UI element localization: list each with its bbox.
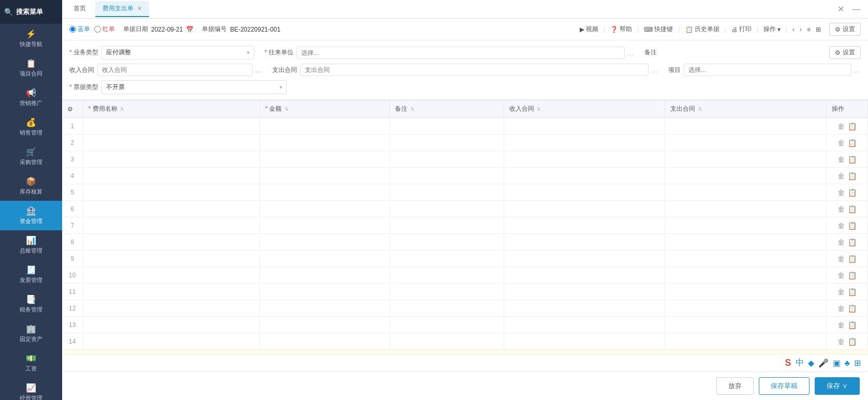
action-shortcut[interactable]: ⌨ 快捷键: [644, 25, 673, 34]
delete-icon[interactable]: 🗑: [837, 255, 845, 263]
cell-remark[interactable]: [390, 317, 504, 333]
cell-income-contract[interactable]: [504, 284, 665, 300]
delete-icon[interactable]: 🗑: [837, 304, 845, 313]
copy-icon[interactable]: 📋: [848, 321, 857, 329]
action-print[interactable]: 🖨 打印: [731, 25, 752, 34]
cell-expense-contract[interactable]: [665, 250, 827, 267]
cell-expense-contract[interactable]: [665, 333, 827, 350]
cell-expense-name[interactable]: [83, 168, 260, 184]
cell-expense-name[interactable]: [83, 151, 260, 168]
cell-expense-contract[interactable]: [665, 317, 827, 333]
cell-expense-name[interactable]: [83, 217, 260, 234]
cell-income-contract[interactable]: [504, 201, 665, 217]
copy-icon[interactable]: 📋: [848, 188, 857, 197]
copy-icon[interactable]: 📋: [848, 288, 857, 296]
action-video[interactable]: ▶ 视频: [580, 25, 598, 34]
calendar-icon[interactable]: 📅: [186, 26, 194, 33]
cell-amount[interactable]: [260, 250, 390, 267]
sidebar-item-capital-mgmt[interactable]: 🏦 资金管理: [0, 201, 62, 230]
cell-amount[interactable]: [260, 217, 390, 234]
tab-close-icon[interactable]: ✕: [137, 5, 142, 11]
cell-expense-name[interactable]: [83, 317, 260, 333]
delete-icon[interactable]: 🗑: [837, 122, 845, 130]
cell-amount[interactable]: [260, 135, 390, 151]
cell-expense-contract[interactable]: [665, 284, 827, 300]
delete-icon[interactable]: 🗑: [837, 271, 845, 279]
delete-icon[interactable]: 🗑: [837, 205, 845, 213]
cell-income-contract[interactable]: [504, 151, 665, 168]
action-more[interactable]: 操作 ▾: [763, 25, 781, 34]
radio-red[interactable]: 红单: [94, 25, 115, 34]
delete-icon[interactable]: 🗑: [837, 172, 845, 180]
cell-amount[interactable]: [260, 284, 390, 300]
cell-expense-name[interactable]: [83, 234, 260, 250]
copy-icon[interactable]: 📋: [848, 255, 857, 263]
cell-expense-contract[interactable]: [665, 118, 827, 135]
cell-remark[interactable]: [390, 300, 504, 317]
project-input[interactable]: [684, 64, 851, 76]
delete-icon[interactable]: 🗑: [837, 288, 845, 296]
cell-amount[interactable]: [260, 300, 390, 317]
sort-icon[interactable]: ⇅: [120, 107, 124, 112]
copy-icon[interactable]: 📋: [848, 304, 857, 313]
cell-expense-name[interactable]: [83, 267, 260, 284]
cell-remark[interactable]: [390, 168, 504, 184]
abandon-button[interactable]: 放弃: [716, 377, 754, 395]
cell-amount[interactable]: [260, 168, 390, 184]
business-type-select[interactable]: 应付调整 ▾: [101, 46, 254, 60]
partner-input[interactable]: [297, 47, 625, 59]
cell-expense-contract[interactable]: [665, 234, 827, 250]
delete-icon[interactable]: 🗑: [837, 221, 845, 230]
action-help[interactable]: ❓ 帮助: [610, 25, 632, 34]
cell-income-contract[interactable]: [504, 135, 665, 151]
cell-amount[interactable]: [260, 184, 390, 201]
copy-icon[interactable]: 📋: [848, 122, 857, 130]
cell-remark[interactable]: [390, 217, 504, 234]
cell-income-contract[interactable]: [504, 317, 665, 333]
project-more-icon[interactable]: …: [854, 66, 861, 74]
radio-blue[interactable]: 蓝单: [69, 25, 90, 34]
save-draft-button[interactable]: 保存草稿: [759, 377, 810, 395]
cell-expense-contract[interactable]: [665, 267, 827, 284]
delete-icon[interactable]: 🗑: [837, 238, 845, 246]
invoice-type-select[interactable]: 不开票 ▾: [101, 80, 287, 94]
cell-expense-contract[interactable]: [665, 135, 827, 151]
cell-income-contract[interactable]: [504, 300, 665, 317]
tab-expense[interactable]: 费用支出单 ✕: [95, 1, 149, 17]
cell-amount[interactable]: [260, 234, 390, 250]
copy-icon[interactable]: 📋: [848, 155, 857, 164]
cell-expense-name[interactable]: [83, 184, 260, 201]
cell-amount[interactable]: [260, 267, 390, 284]
copy-icon[interactable]: 📋: [848, 139, 857, 147]
sidebar-item-payroll[interactable]: 💵 工资: [0, 348, 62, 378]
cell-expense-name[interactable]: [83, 118, 260, 135]
expense-contract-more-icon[interactable]: …: [651, 66, 658, 74]
table-header-gear[interactable]: ⚙: [62, 100, 83, 118]
cell-income-contract[interactable]: [504, 333, 665, 350]
delete-icon[interactable]: 🗑: [837, 321, 845, 329]
cell-expense-name[interactable]: [83, 201, 260, 217]
cell-remark[interactable]: [390, 151, 504, 168]
cell-remark[interactable]: [390, 267, 504, 284]
cell-expense-contract[interactable]: [665, 151, 827, 168]
window-close-icon[interactable]: ✕: [834, 4, 847, 14]
settings-button[interactable]: ⚙ 设置: [829, 23, 861, 36]
form-settings-button[interactable]: ⚙ 设置: [829, 46, 861, 59]
cell-expense-name[interactable]: [83, 333, 260, 350]
cell-remark[interactable]: [390, 201, 504, 217]
action-history[interactable]: 📋 历史单据: [685, 25, 719, 34]
cell-amount[interactable]: [260, 151, 390, 168]
cell-income-contract[interactable]: [504, 250, 665, 267]
cell-remark[interactable]: [390, 184, 504, 201]
sidebar-item-purchase-mgmt[interactable]: 🛒 采购管理: [0, 142, 62, 171]
nav-prev[interactable]: ‹: [792, 26, 795, 33]
cell-income-contract[interactable]: [504, 234, 665, 250]
income-contract-more-icon[interactable]: …: [255, 66, 262, 74]
cell-remark[interactable]: [390, 250, 504, 267]
copy-icon[interactable]: 📋: [848, 271, 857, 279]
cell-remark[interactable]: [390, 333, 504, 350]
sidebar-item-invoice-mgmt[interactable]: 🧾 发票管理: [0, 260, 62, 289]
sidebar-item-sales-mgmt[interactable]: 💰 销售管理: [0, 112, 62, 142]
delete-icon[interactable]: 🗑: [837, 188, 845, 197]
view-grid-icon[interactable]: ⊞: [816, 26, 821, 33]
